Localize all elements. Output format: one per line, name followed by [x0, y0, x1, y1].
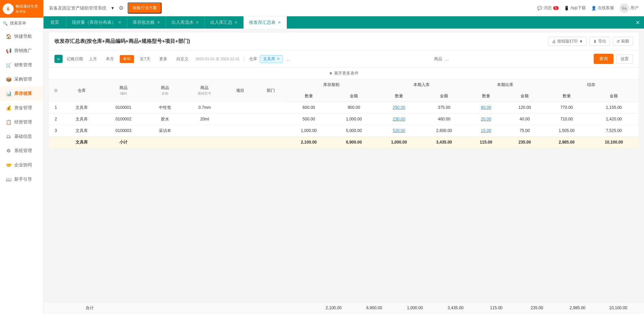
warehouse-more[interactable]: ... — [286, 56, 290, 62]
row-out-amt: 120.00 — [505, 102, 544, 114]
warehouse-tag[interactable]: 文具库 ✕ — [260, 55, 283, 63]
sidebar-item-operations[interactable]: 📋 经营管理 — [0, 115, 43, 129]
page-header: 收发存汇总表(按仓库+商品编码+商品+规格型号+项目+部门) 🖨 按钮版打印 ▼… — [49, 33, 639, 50]
row-code: 小计 — [101, 136, 146, 148]
tab-label: 收发存汇总表 — [249, 19, 276, 26]
sidebar-item-purchase[interactable]: 📦 采购管理 — [0, 72, 43, 86]
out-qty-link[interactable]: 80.00 — [481, 105, 491, 110]
row-dept — [255, 113, 286, 125]
search-icon: 🔍 — [3, 21, 8, 26]
row-dept — [255, 136, 286, 148]
tabbar-close-btn[interactable]: ✕ — [631, 19, 644, 26]
sidebar-item-marketing[interactable]: 📢 营销推广 — [0, 44, 43, 58]
tab-label: 首页 — [50, 19, 59, 26]
in-qty-link[interactable]: 250.00 — [393, 105, 405, 110]
app-download-btn[interactable]: 📱 App下载 — [564, 5, 586, 11]
sidebar-item-basic-info[interactable]: 🗂 基础信息 — [0, 129, 43, 144]
row-in-qty[interactable]: 230.00 — [377, 113, 422, 125]
date-btn-custom[interactable]: 自定义 — [173, 55, 192, 63]
row-close-qty: 710.00 — [544, 113, 589, 125]
table-row: 文具库 小计 2,100.00 6,900.00 1,000.00 3,435.… — [49, 136, 639, 148]
row-in-qty[interactable]: 250.00 — [377, 102, 422, 114]
tab-flow[interactable]: 出入库流水 ✕ — [166, 16, 205, 29]
row-in-amt: 3,435.00 — [422, 136, 467, 148]
sidebar-item-quick[interactable]: 🏠 快捷导航 — [0, 29, 43, 44]
sidebar-item-enterprise[interactable]: 🤝 企业协同 — [0, 158, 43, 172]
tab-home[interactable]: 首页 — [44, 16, 66, 29]
experience-btn[interactable]: 体验行业方案 — [128, 2, 162, 14]
tab-close-icon[interactable]: ✕ — [118, 20, 121, 25]
col-header-name: 商品名称 — [146, 79, 184, 102]
app-logo-icon: 6 — [3, 3, 14, 14]
sidebar-item-sales[interactable]: 🛒 销售管理 — [0, 58, 43, 72]
notification-btn[interactable]: 💬 消息 6 — [537, 5, 559, 11]
filter-collapse-btn[interactable]: » — [54, 55, 63, 63]
row-close-amt: 1,420.00 — [589, 113, 639, 125]
row-dept — [255, 102, 286, 114]
date-btn-this-month[interactable]: 本月 — [103, 55, 117, 63]
query-btn[interactable]: 查询 — [594, 54, 613, 64]
tab-close-icon[interactable]: ✕ — [234, 20, 238, 25]
export-btn[interactable]: ⬇ 导出 — [590, 37, 610, 46]
sidebar-item-label: 库存核算 — [14, 90, 32, 97]
row-name: 中性笔 — [146, 102, 184, 114]
sidebar-item-label: 营销推广 — [14, 48, 32, 54]
row-spec: 0.7mm — [184, 102, 225, 114]
out-qty-link[interactable]: 15.00 — [481, 128, 491, 133]
online-service-btn[interactable]: 👤 在线客服 — [591, 5, 614, 11]
date-btn-this-year[interactable]: 本年 — [120, 55, 134, 63]
sidebar-item-system[interactable]: ⚙ 系统管理 — [0, 144, 43, 158]
in-qty-link[interactable]: 230.00 — [393, 117, 405, 121]
col-group-closing: 结存 — [544, 79, 639, 90]
date-btn-last-month[interactable]: 上月 — [86, 55, 100, 63]
in-qty-link[interactable]: 520.00 — [393, 128, 405, 133]
row-project — [225, 136, 255, 148]
row-warehouse: 文具库 — [63, 136, 101, 148]
tab-label: 现存量（库存分布表） — [72, 19, 116, 26]
sidebar-item-newbie[interactable]: 📖 新手引导 — [0, 172, 43, 186]
system-dropdown[interactable]: ▼ — [111, 6, 115, 11]
tab-receipt-summary[interactable]: 收发存汇总表 ✕ — [244, 16, 287, 29]
date-btn-more[interactable]: 更多 — [156, 55, 170, 63]
print-btn[interactable]: 🖨 按钮版打印 ▼ — [548, 37, 587, 46]
search-label: 搜索菜单 — [10, 20, 26, 26]
online-service-label: 在线客服 — [598, 5, 614, 11]
search-menu[interactable]: 🔍 搜索菜单 — [0, 18, 43, 29]
sidebar-item-finance[interactable]: 💰 资金管理 — [0, 101, 43, 115]
finance-icon: 💰 — [5, 105, 12, 111]
product-more[interactable]: ... — [445, 56, 449, 62]
date-btn-7days[interactable]: 近7天 — [137, 55, 153, 63]
tab-stock-dist[interactable]: 现存量（库存分布表） ✕ — [66, 16, 127, 29]
col-group-out: 本期出库 — [467, 79, 544, 90]
tab-close-icon[interactable]: ✕ — [278, 20, 281, 25]
warehouse-tag-close[interactable]: ✕ — [277, 56, 280, 61]
row-open-qty: 600.00 — [286, 102, 331, 114]
user-btn[interactable]: Ea 用户 — [620, 3, 639, 13]
out-qty-link: 115.00 — [480, 140, 492, 145]
setting-btn[interactable]: 设置 — [616, 54, 633, 64]
out-qty-link[interactable]: 20.00 — [481, 117, 491, 121]
sidebar-item-inventory[interactable]: 📊 库存核算 — [0, 86, 43, 101]
page-title: 收发存汇总表(按仓库+商品编码+商品+规格型号+项目+部门) — [54, 38, 190, 45]
product-filter: 商品 ... — [434, 56, 449, 62]
tab-out-summary[interactable]: 出入库汇总 ✕ — [205, 16, 244, 29]
expand-more-btn[interactable]: ▼ 展开更多条件 — [329, 70, 359, 76]
tab-close-icon[interactable]: ✕ — [196, 20, 199, 25]
topbar-gear-icon[interactable]: ⚙ — [119, 5, 123, 11]
row-in-qty[interactable]: 520.00 — [377, 125, 422, 136]
row-out-qty[interactable]: 80.00 — [467, 102, 506, 114]
col-in-amt: 金额 — [422, 90, 467, 102]
row-out-qty[interactable]: 20.00 — [467, 113, 506, 125]
row-out-amt: 40.00 — [505, 113, 544, 125]
col-out-amt: 金额 — [505, 90, 544, 102]
footer-out-qty: 115.00 — [476, 304, 517, 313]
refresh-btn[interactable]: ↺ 刷新 — [613, 37, 633, 46]
chevron-down-icon: ▼ — [579, 39, 583, 44]
refresh-icon: ↺ — [616, 39, 620, 44]
tab-close-icon[interactable]: ✕ — [157, 20, 160, 25]
row-in-amt: 375.00 — [422, 102, 467, 114]
tab-batch[interactable]: 库存批次账 ✕ — [127, 16, 166, 29]
row-in-amt: 2,600.00 — [422, 125, 467, 136]
row-out-qty[interactable]: 15.00 — [467, 125, 506, 136]
table-settings-icon[interactable]: ⚙ — [54, 88, 58, 93]
